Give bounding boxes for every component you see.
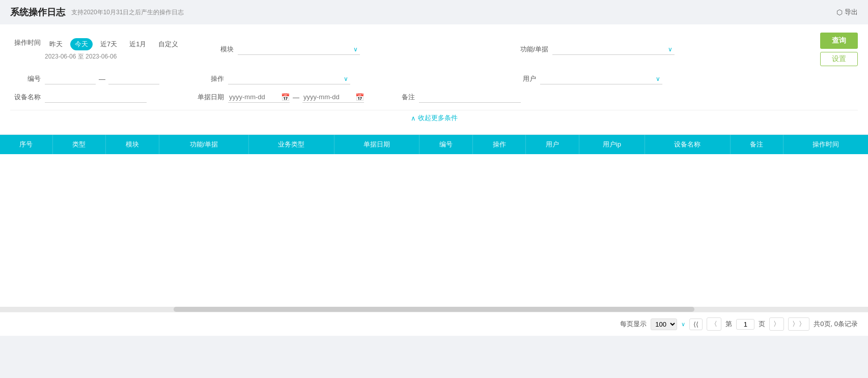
export-icon: ⬡ <box>836 8 843 16</box>
collapse-label: 收起更多条件 <box>418 113 458 123</box>
table-header-cell: 功能/单据 <box>159 135 248 154</box>
filter-row-2: 编号 — 操作 ∨ 用户 <box>10 73 858 84</box>
total-info: 共0页, 0条记录 <box>814 319 858 329</box>
user-select-wrapper: ∨ <box>540 73 662 84</box>
operation-select[interactable] <box>228 73 350 84</box>
table-section: 序号类型模块功能/单据业务类型单据日期编号操作用户用户ip设备名称备注操作时间 <box>0 135 868 307</box>
filter-section: 操作时间 昨天 今天 近7天 近1月 自定义 2023-06-06 至 2023… <box>0 24 868 134</box>
time-1month[interactable]: 近1月 <box>125 38 151 50</box>
date-to-input[interactable] <box>302 92 353 102</box>
date-from-wrapper: 📅 <box>228 92 290 103</box>
table-header-cell: 备注 <box>730 135 783 154</box>
table-header-cell: 模块 <box>106 135 159 154</box>
first-page-button[interactable]: ⟨⟨ <box>689 318 703 330</box>
horizontal-scrollbar[interactable] <box>0 307 868 312</box>
module-label: 模块 <box>203 45 234 54</box>
time-today[interactable]: 今天 <box>70 38 93 50</box>
function-label: 功能/单据 <box>518 45 548 54</box>
setting-button[interactable]: 设置 <box>820 52 858 66</box>
time-filters: 昨天 今天 近7天 近1月 自定义 <box>45 38 183 50</box>
calendar-from-icon[interactable]: 📅 <box>281 93 290 101</box>
date-from-input[interactable] <box>228 92 279 102</box>
table-header-cell: 操作时间 <box>783 135 868 154</box>
time-range-display: 2023-06-06 至 2023-06-06 <box>45 52 183 61</box>
last-page-button[interactable]: 〉〉 <box>788 317 809 331</box>
time-custom[interactable]: 自定义 <box>154 38 183 50</box>
module-select-wrapper: ∨ <box>238 44 360 55</box>
date-dash: — <box>293 94 299 101</box>
user-label: 用户 <box>506 74 536 83</box>
table-header: 序号类型模块功能/单据业务类型单据日期编号操作用户用户ip设备名称备注操作时间 <box>0 135 868 154</box>
operation-label: 操作 <box>193 74 224 83</box>
calendar-to-icon[interactable]: 📅 <box>355 93 364 101</box>
collapse-bar[interactable]: ∧ 收起更多条件 <box>10 110 858 126</box>
device-input[interactable] <box>45 92 147 103</box>
number-to-input[interactable] <box>108 73 159 84</box>
table-header-cell: 编号 <box>419 135 472 154</box>
export-button[interactable]: ⬡ 导出 <box>836 8 858 17</box>
table-header-cell: 序号 <box>0 135 52 154</box>
page-size-label: 每页显示 <box>620 319 647 329</box>
page-number-input[interactable] <box>736 319 754 330</box>
page-label: 第 <box>725 319 732 329</box>
function-select[interactable] <box>552 44 675 54</box>
date-label: 单据日期 <box>193 93 224 102</box>
user-select[interactable] <box>540 73 662 84</box>
device-label: 设备名称 <box>10 93 41 102</box>
time-label: 操作时间 <box>10 38 41 47</box>
function-select-wrapper: ∨ <box>552 44 675 55</box>
filter-row-3: 设备名称 单据日期 📅 — 📅 备注 <box>10 92 858 103</box>
export-label: 导出 <box>845 8 858 17</box>
time-yesterday[interactable]: 昨天 <box>45 38 67 50</box>
table-header-cell: 业务类型 <box>249 135 334 154</box>
table-header-cell: 单据日期 <box>334 135 419 154</box>
next-page-button[interactable]: 〉 <box>769 317 784 331</box>
table-header-cell: 操作 <box>472 135 525 154</box>
header-row: 序号类型模块功能/单据业务类型单据日期编号操作用户用户ip设备名称备注操作时间 <box>0 135 868 154</box>
query-button[interactable]: 查询 <box>820 33 858 49</box>
prev-page-button[interactable]: 〈 <box>707 317 721 331</box>
empty-area <box>0 154 868 307</box>
collapse-icon: ∧ <box>411 114 416 122</box>
action-buttons: 查询 设置 <box>820 33 858 66</box>
page-header: 系统操作日志 支持2020年10月31日之后产生的操作日志 ⬡ 导出 <box>0 0 868 24</box>
page-title: 系统操作日志 <box>10 6 65 18</box>
remark-input[interactable] <box>419 92 521 103</box>
pagination-bar: 每页显示 102050100200 ∨ ⟨⟨ 〈 第 页 〉 〉〉 共0页, 0… <box>0 312 868 336</box>
date-to-wrapper: 📅 <box>302 92 364 103</box>
data-table: 序号类型模块功能/单据业务类型单据日期编号操作用户用户ip设备名称备注操作时间 <box>0 135 868 154</box>
number-dash: — <box>99 75 105 83</box>
filter-row-1: 操作时间 昨天 今天 近7天 近1月 自定义 2023-06-06 至 2023… <box>10 33 858 66</box>
page-size-select[interactable]: 102050100200 <box>651 318 677 330</box>
time-7days[interactable]: 近7天 <box>96 38 122 50</box>
scrollbar-thumb[interactable] <box>174 307 694 312</box>
page-suffix: 页 <box>759 319 765 329</box>
remark-label: 备注 <box>384 93 415 102</box>
number-from-input[interactable] <box>45 73 96 84</box>
page-size-chevron: ∨ <box>681 321 685 328</box>
page-subtitle: 支持2020年10月31日之后产生的操作日志 <box>71 8 184 17</box>
operation-select-wrapper: ∨ <box>228 73 350 84</box>
module-select[interactable] <box>238 44 360 54</box>
table-header-cell: 用户ip <box>579 135 645 154</box>
table-header-cell: 设备名称 <box>645 135 730 154</box>
table-header-cell: 用户 <box>526 135 579 154</box>
table-header-cell: 类型 <box>52 135 105 154</box>
number-label: 编号 <box>10 74 41 83</box>
